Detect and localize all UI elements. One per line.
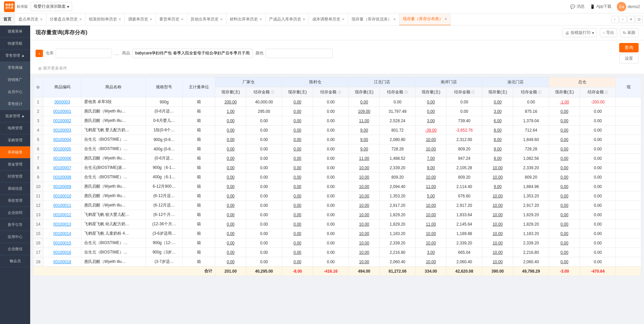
sidebar-item-nav[interactable]: 快捷导航	[0, 38, 30, 50]
close-icon[interactable]: ✕	[40, 17, 43, 21]
cell-factory-stock[interactable]: 200.00	[215, 97, 246, 107]
close-icon[interactable]: ✕	[444, 17, 447, 21]
sidebar-item-retail-shop[interactable]: 零售商城	[0, 62, 30, 74]
cell-jiangbei-stock[interactable]: 10.00	[349, 238, 380, 248]
cell-factory-stock[interactable]: 0.00	[215, 257, 246, 267]
cell-factory-stock[interactable]: 0.00	[215, 144, 246, 154]
tab-product-in[interactable]: 产成品入库单历史✕	[266, 13, 309, 26]
cell-factory-stock[interactable]: 1.00	[215, 107, 246, 116]
tab-close-button[interactable]: ✕	[627, 16, 635, 23]
cell-yuibei-stock[interactable]: 10.00	[482, 238, 513, 248]
cell-code[interactable]: 00100010	[43, 191, 81, 201]
close-icon[interactable]: ✕	[150, 17, 152, 21]
cell-jiangbei-stock[interactable]: 11.00	[349, 116, 380, 126]
cell-total-stock[interactable]: 0.00	[549, 144, 580, 154]
sidebar-item-finance[interactable]: 资金管理	[0, 158, 30, 171]
cell-nanan-stock[interactable]: 0.00	[416, 107, 446, 116]
cell-nanan-stock[interactable]: -39.00	[416, 126, 446, 135]
cell-code[interactable]: 00100004	[43, 135, 81, 144]
cell-total-stock[interactable]: 0.00	[549, 201, 580, 210]
cell-yuibei-stock[interactable]: 10.00	[482, 173, 513, 182]
cell-jiangbei-stock[interactable]: 0.00	[349, 97, 380, 107]
cell-total-stock[interactable]: 0.00	[549, 191, 580, 201]
cell-chenfu-stock[interactable]: 0.00	[282, 191, 313, 201]
cell-yuibei-stock[interactable]: 9.00	[482, 144, 513, 154]
cell-total-stock[interactable]: 0.00	[549, 116, 580, 126]
cell-total-stock[interactable]: 0.00	[549, 248, 580, 257]
warehouse-input[interactable]	[56, 49, 112, 58]
goods-input[interactable]	[132, 49, 253, 58]
cell-jiangbei-stock[interactable]: 10.00	[349, 182, 380, 191]
cell-code[interactable]: 00100003	[43, 126, 81, 135]
cell-jiangbei-stock[interactable]: 9.00	[349, 126, 380, 135]
tab-order[interactable]: 要货单历史✕	[156, 13, 187, 26]
cell-jiangbei-stock[interactable]: 10.00	[349, 229, 380, 238]
cell-jiangbei-stock[interactable]: 9.00	[349, 144, 380, 154]
cell-jiangbei-stock[interactable]: 10.00	[349, 220, 380, 229]
cell-factory-stock[interactable]: 0.00	[215, 238, 246, 248]
cell-code[interactable]: 00100009	[43, 182, 81, 191]
tab-other-out[interactable]: 其他出库单历史✕	[187, 13, 226, 26]
tab-expand-button[interactable]: ⊡	[635, 16, 643, 23]
color-input[interactable]	[266, 49, 333, 58]
cell-nanan-stock[interactable]: 10.00	[416, 144, 446, 154]
tab-assemble[interactable]: 组装拆卸单历史✕	[86, 13, 125, 26]
sidebar-item-purchase[interactable]: 采购管理	[0, 134, 30, 146]
sidebar-item-guide[interactable]: 新手引导	[0, 219, 30, 231]
cell-total-stock[interactable]: 0.00	[549, 210, 580, 220]
cell-yuibei-stock[interactable]: 10.00	[482, 191, 513, 201]
cell-chenfu-stock[interactable]: 0.00	[282, 173, 313, 182]
cell-nanan-stock[interactable]: 10.00	[416, 257, 446, 267]
cell-nanan-stock[interactable]: 5.00	[416, 191, 446, 201]
cell-factory-stock[interactable]: 0.00	[215, 182, 246, 191]
close-icon[interactable]: ✕	[393, 17, 396, 21]
sidebar-item-inventory[interactable]: 库存核算	[0, 146, 30, 158]
cell-nanan-stock[interactable]: 11.00	[416, 182, 446, 191]
cell-yuibei-stock[interactable]: 9.00	[482, 182, 513, 191]
cell-total-stock[interactable]: 0.00	[549, 220, 580, 229]
tab-partial-count[interactable]: 分量盘点单历史✕	[46, 13, 86, 26]
cell-chenfu-stock[interactable]: 0.00	[282, 220, 313, 229]
cell-nanan-stock[interactable]: 3.00	[416, 116, 446, 126]
cell-nanan-stock[interactable]: 10.00	[416, 135, 446, 144]
cell-yuibei-stock[interactable]: 3.00	[482, 107, 513, 116]
cell-chenfu-stock[interactable]: 0.00	[282, 238, 313, 248]
filter-expand-button[interactable]: ›	[36, 50, 43, 57]
cell-yuibei-stock[interactable]: 8.00	[482, 135, 513, 144]
close-icon[interactable]: ✕	[303, 17, 305, 21]
sidebar-item-ecommerce[interactable]: 电商管理	[0, 122, 30, 134]
cell-yuibei-stock[interactable]: 10.00	[482, 163, 513, 173]
cell-yuibei-stock[interactable]: 10.00	[482, 229, 513, 238]
cell-total-stock[interactable]: 0.00	[549, 126, 580, 135]
tab-transfer[interactable]: 调拨单历史✕	[125, 13, 156, 26]
cell-yuibei-stock[interactable]: 10.00	[482, 220, 513, 229]
cell-nanan-stock[interactable]: 10.00	[416, 201, 446, 210]
tab-stock-distribution[interactable]: 现存量（库存分布表）✕	[399, 13, 451, 26]
cell-yuibei-stock[interactable]: 10.00	[482, 257, 513, 267]
sidebar-item-apps[interactable]: 应用中心	[0, 231, 30, 243]
cell-factory-stock[interactable]: 0.00	[215, 126, 246, 135]
cell-jiangbei-stock[interactable]: 10.00	[349, 163, 380, 173]
close-icon[interactable]: ✕	[342, 17, 344, 21]
cell-code[interactable]: 0000003	[43, 97, 81, 107]
sidebar-item-member[interactable]: 会员中心	[0, 86, 30, 98]
cell-code[interactable]: 00100014	[43, 229, 81, 238]
cell-factory-stock[interactable]: 0.00	[215, 220, 246, 229]
cell-factory-stock[interactable]: 0.00	[215, 210, 246, 220]
cell-chenfu-stock[interactable]: 0.00	[282, 144, 313, 154]
cell-code[interactable]: 00100008	[43, 173, 81, 182]
print-button[interactable]: 🖨 按模版打印 ▾	[562, 28, 597, 37]
sidebar-item-wholesale[interactable]: 批发管理 ▲	[0, 110, 30, 122]
cell-yuibei-stock[interactable]: 8.00	[482, 126, 513, 135]
cell-jiangbei-stock[interactable]: 11.00	[349, 154, 380, 163]
warehouse-dots[interactable]: …	[114, 50, 119, 56]
cell-jiangbei-stock[interactable]: 9.00	[349, 135, 380, 144]
cell-factory-stock[interactable]: 0.00	[215, 163, 246, 173]
cell-factory-stock[interactable]: 0.00	[215, 191, 246, 201]
close-icon[interactable]: ✕	[181, 17, 183, 21]
cell-factory-stock[interactable]: 0.00	[215, 201, 246, 210]
cell-factory-stock[interactable]: 0.00	[215, 173, 246, 182]
close-icon[interactable]: ✕	[79, 17, 82, 21]
cell-chenfu-stock[interactable]: 0.00	[282, 210, 313, 220]
cell-chenfu-stock[interactable]: 0.00	[282, 107, 313, 116]
